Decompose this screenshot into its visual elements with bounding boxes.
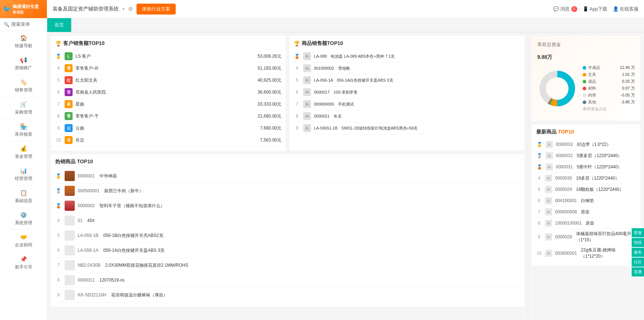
chart-legend: 半成品 12.45 万 文具 1.01 万 成品 0.25 万	[583, 65, 635, 112]
float-buttons: 客服 热线 服务 社区 直播	[632, 228, 644, 276]
content-area: 🏆 客户销售额TOP10 🥇 L LS 客户 53,006.26元 4	[47, 32, 644, 320]
sidebar-item-newbie[interactable]: 📌 新手引导	[0, 252, 47, 274]
sidebar-item-finance[interactable]: 💰 资金管理	[0, 141, 47, 164]
legend-dot	[583, 100, 586, 104]
avatar: Ai	[546, 141, 553, 148]
nav-label: 营销推广	[15, 65, 32, 71]
sales-icon: 🏷️	[20, 79, 27, 86]
system-icon: ⚙️	[20, 212, 27, 218]
sidebar-item-sales[interactable]: 🏷️ 销售管理	[0, 75, 47, 97]
nav-label: 新手引导	[15, 264, 32, 270]
medal-icon: 🥈	[55, 188, 62, 194]
product-ranking-card: 🏆 商品销售额TOP10 🥉 Ai LA-089 电池盖 LA-089 ABS本…	[289, 36, 524, 151]
avatar: Ai	[545, 233, 552, 241]
enterprise-icon: 🤝	[20, 234, 27, 241]
list-item: 🥈 Ai 0000032 5厘多层（1220*2440）	[536, 150, 636, 161]
table-row: 9 云 云扬 7,680.00元	[55, 122, 281, 134]
medal-icon: 🥉	[536, 164, 543, 170]
avatar: 星	[65, 100, 73, 108]
product-thumbnail	[65, 245, 75, 255]
table-row: 9 Ai LA-59651-1B 59651-1B旋转投影灯电池盒ABS黑色+5…	[294, 122, 520, 134]
sidebar-item-system[interactable]: ⚙️ 系统管理	[0, 208, 47, 230]
topbar-right: 💬 消息 6 📱 App下载 👤 在线客服	[553, 6, 639, 12]
avatar: Ai	[303, 76, 311, 84]
nav-label: 经营管理	[15, 176, 32, 182]
avatar: 零	[65, 112, 73, 120]
avatar: 肖	[65, 136, 73, 144]
sidebar: 🐦 畅捷通好生意 标准版 🔍 搜索菜单 🏠 快捷导航 📢 营销推广 🏷️ 销售管…	[0, 0, 47, 320]
sidebar-item-inventory[interactable]: 🏪 库存核算	[0, 119, 47, 141]
dropdown-icon[interactable]: ▾	[122, 7, 125, 12]
table-row: 4 零 零售客户-许 51,183.00元	[55, 62, 281, 74]
list-item: 10 Ai 003800001 22g鱼豆腐-烧烤味（1*12*20）	[536, 245, 636, 262]
list-item: 🥇 Ai 0000033 封边带（1.0*22）	[536, 139, 636, 150]
donut-chart-svg	[537, 69, 577, 108]
legend-dot	[583, 66, 586, 70]
product-ranking-title: 🏆 商品销售额TOP10	[294, 40, 520, 47]
legend-dot	[583, 73, 586, 77]
product-list: 🥉 Ai LA-089 电池盖 LA-089 ABS本色+黑种 7.1克 4 A…	[294, 50, 520, 134]
table-row: 6 苦 苍南县人民医院 36,600.00元	[55, 86, 281, 98]
avatar: Ai	[303, 112, 311, 120]
nav-label: 资金管理	[15, 153, 32, 160]
sidebar-item-quick-nav[interactable]: 🏠 快捷导航	[0, 31, 47, 53]
live-btn[interactable]: 直播	[632, 267, 644, 276]
avatar: L	[65, 52, 73, 60]
avatar: Ai	[303, 52, 311, 60]
hotline-btn[interactable]: 热线	[632, 238, 644, 247]
product-thumbnail	[65, 260, 75, 270]
legend-item-other: 其他 -3.86 万	[583, 99, 635, 105]
tab-home[interactable]: 首页	[47, 18, 72, 32]
sidebar-item-marketing[interactable]: 📢 营销推广	[0, 53, 47, 75]
list-item: 5 Ai 0000029 18颗粒板（1220*2440）	[536, 184, 636, 195]
list-item: 8 0000011 12070519-xs	[55, 273, 520, 288]
trial-button[interactable]: 体验行业方案	[136, 4, 176, 15]
newbie-icon: 📌	[20, 256, 27, 263]
newest-products-list: 🥇 Ai 0000033 封边带（1.0*22） 🥈 Ai 0000032 5厘…	[536, 139, 636, 262]
newest-products-card: 最新商品 TOP10 🥇 Ai 0000033 封边带（1.0*22） 🥈 Ai…	[532, 124, 640, 266]
medal-icon: 🥉	[294, 54, 300, 59]
medal-icon: 🥉	[55, 203, 62, 209]
community-btn[interactable]: 社区	[632, 258, 644, 267]
tab-bar: 首页	[47, 18, 644, 32]
avatar: 零	[65, 64, 73, 72]
medal-icon: 🥇	[55, 173, 62, 179]
avatar: Ai	[545, 197, 552, 204]
sidebar-item-purchase[interactable]: 🛒 采购管理	[0, 97, 47, 119]
gear-icon[interactable]: ⚙	[128, 6, 133, 12]
table-row: 7 星 星扬 33,333.00元	[55, 98, 281, 110]
hot-products-list: 🥇 0000001 中华神器 🥈 000500001 新西兰牛肉（新	[55, 169, 520, 303]
product-thumbnail	[65, 201, 75, 211]
customer-service-btn[interactable]: 客服	[632, 228, 644, 237]
nav-label: 快捷导航	[15, 43, 32, 49]
sidebar-item-operations[interactable]: 📊 经营管理	[0, 164, 47, 186]
avatar: Ai	[546, 152, 553, 159]
avatar: 苦	[65, 88, 73, 96]
search-menu[interactable]: 🔍 搜索菜单	[0, 18, 47, 31]
list-item: 8 Ai 10000100001 原壶	[536, 218, 636, 229]
rankings-section: 🏆 客户销售额TOP10 🥇 L LS 客户 53,006.26元 4	[47, 32, 528, 151]
right-panel: 库存总资金 9.88万	[528, 32, 644, 320]
list-item: 🥇 0000001 中华神器	[55, 169, 520, 184]
list-item: 4 Ai 0000030 18多层（1220*2440）	[536, 173, 636, 184]
list-item: 5 LA-056-1B 056-1B白色按键开关壳ABS2克	[55, 228, 520, 243]
service-community-btn[interactable]: 服务	[632, 248, 644, 257]
avatar: Ai	[303, 100, 311, 108]
medal-icon: 🥈	[536, 153, 543, 159]
legend-dot	[583, 94, 586, 97]
table-row: 6 Ai 0000017 10S 变刺罗浆	[294, 86, 520, 98]
main-area: 装备及固定资产辅助管理系统 ▾ ⚙ 体验行业方案 💬 消息 6 📱 App下载 …	[47, 0, 644, 320]
sidebar-item-basic-info[interactable]: 📋 基础信息	[0, 186, 47, 208]
message-btn[interactable]: 💬 消息 6	[553, 6, 577, 12]
app-name: 畅捷通好生意	[13, 4, 39, 10]
table-row: 🥉 Ai LA-089 电池盖 LA-089 ABS本色+黑种 7.1克	[294, 50, 520, 62]
product-thumbnail	[65, 171, 75, 181]
basic-info-icon: 📋	[20, 189, 27, 196]
operations-icon: 📊	[20, 167, 27, 174]
app-download-btn[interactable]: 📱 App下载	[583, 6, 607, 12]
sidebar-item-enterprise[interactable]: 🤝 企业协同	[0, 230, 47, 252]
avatar: 云	[65, 124, 73, 132]
customer-ranking-title: 🏆 客户销售额TOP10	[55, 40, 281, 47]
online-service-btn[interactable]: 👤 在线客服	[613, 6, 639, 12]
table-row: 🥇 L LS 客户 53,006.26元	[55, 50, 281, 62]
